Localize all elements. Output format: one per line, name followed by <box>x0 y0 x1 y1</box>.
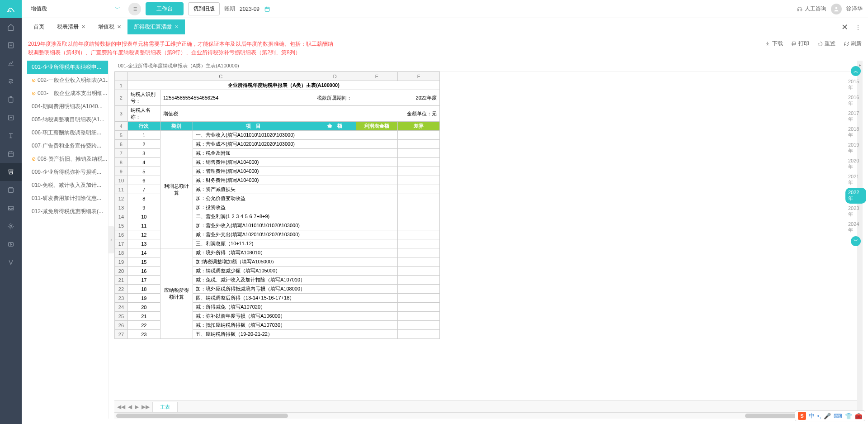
tree-item[interactable]: ⊘008-资产折旧、摊销及纳税... <box>27 152 108 166</box>
profit-cell[interactable] <box>356 330 398 339</box>
ime-keyboard-icon[interactable]: ⌨ <box>834 413 842 419</box>
amount-cell[interactable] <box>314 312 356 321</box>
amount-cell[interactable] <box>314 140 356 149</box>
amount-cell[interactable] <box>314 248 356 257</box>
year-down-button[interactable]: ︾ <box>851 236 861 246</box>
amount-cell[interactable] <box>314 267 356 276</box>
amount-cell[interactable] <box>314 257 356 267</box>
year-item[interactable]: 2019年 <box>845 140 866 156</box>
amount-cell[interactable] <box>314 176 356 185</box>
tree-item[interactable]: 007-广告费和业务宣传费跨... <box>27 139 108 152</box>
amount-cell[interactable] <box>314 212 356 221</box>
sheet-tab-main[interactable]: 主表 <box>152 402 178 412</box>
close-all-tabs[interactable]: ✕ <box>838 20 852 34</box>
profit-cell[interactable] <box>356 176 398 185</box>
tax-period-value[interactable]: 2022年度 <box>356 90 439 106</box>
item-cell[interactable]: 二、营业利润(1-2-3-4-5-6-7+8+9) <box>193 212 314 221</box>
amount-cell[interactable] <box>314 185 356 194</box>
profit-cell[interactable] <box>356 239 398 248</box>
item-cell[interactable]: 减：管理费用(填写A104000) <box>193 167 314 176</box>
year-item[interactable]: 2022年 <box>845 188 866 204</box>
nav-tax-icon[interactable] <box>0 163 22 181</box>
tree-item[interactable]: 010-免税、减计收入及加计... <box>27 179 108 192</box>
nav-money-icon[interactable] <box>0 72 22 91</box>
item-cell[interactable]: 减：所得减免（填写A107020） <box>193 303 314 312</box>
nav-home-icon[interactable] <box>0 18 22 36</box>
ime-tools-icon[interactable]: 🧰 <box>855 413 862 419</box>
tree-item[interactable]: ⊘002-一般企业收入明细表(A1... <box>27 74 108 87</box>
nav-video-icon[interactable] <box>0 235 22 253</box>
nav-chart-icon[interactable] <box>0 54 22 72</box>
diff-cell[interactable] <box>398 167 440 176</box>
download-button[interactable]: 下载 <box>765 40 783 48</box>
tree-item[interactable]: 001-企业所得税年度纳税申... <box>27 61 108 74</box>
nav-doc-icon[interactable] <box>0 36 22 54</box>
profit-cell[interactable] <box>356 294 398 303</box>
diff-cell[interactable] <box>398 239 440 248</box>
item-cell[interactable]: 五、应纳税所得额（19-20-21-22） <box>193 330 314 339</box>
reset-button[interactable]: 重置 <box>817 40 835 48</box>
year-item[interactable]: 2015年 <box>845 77 866 93</box>
diff-cell[interactable] <box>398 321 440 330</box>
tree-item[interactable]: 012-减免所得税优惠明细表(... <box>27 205 108 218</box>
workbench-button[interactable]: 工作台 <box>146 2 184 15</box>
diff-cell[interactable] <box>398 303 440 312</box>
profit-cell[interactable] <box>356 212 398 221</box>
diff-cell[interactable] <box>398 230 440 239</box>
nav-v-icon[interactable] <box>0 253 22 272</box>
diff-cell[interactable] <box>398 185 440 194</box>
diff-cell[interactable] <box>398 149 440 158</box>
tree-item[interactable]: 004-期间费用明细表(A1040... <box>27 100 108 113</box>
amount-cell[interactable] <box>314 194 356 203</box>
profit-cell[interactable] <box>356 321 398 330</box>
item-cell[interactable]: 加:纳税调整增加额（填写A105000） <box>193 257 314 267</box>
item-cell[interactable]: 减：营业成本(填写A102010\102020\103000) <box>193 140 314 149</box>
calendar-icon[interactable] <box>264 6 270 12</box>
amount-cell[interactable] <box>314 167 356 176</box>
item-cell[interactable]: 加：境外应税所得抵减境内亏损（填写A108000） <box>193 285 314 294</box>
profit-cell[interactable] <box>356 267 398 276</box>
item-cell[interactable]: 减：营业外支出(填写A102010\102020\103000) <box>193 230 314 239</box>
nav-text-icon[interactable] <box>0 127 22 145</box>
diff-cell[interactable] <box>398 140 440 149</box>
amount-cell[interactable] <box>314 230 356 239</box>
spreadsheet[interactable]: C D E F 1企业所得税年度纳税申报表（A类）主表(A100000) 2 纳… <box>114 71 440 339</box>
tree-item[interactable]: 011-研发费用加计扣除优惠... <box>27 192 108 205</box>
diff-cell[interactable] <box>398 312 440 321</box>
nav-calendar-icon[interactable] <box>0 145 22 163</box>
year-item[interactable]: 2018年 <box>845 124 866 140</box>
amount-cell[interactable] <box>314 294 356 303</box>
item-cell[interactable]: 加：公允价值变动收益 <box>193 194 314 203</box>
collapse-tree-handle[interactable]: ‹ <box>108 226 114 253</box>
diff-cell[interactable] <box>398 267 440 276</box>
amount-cell[interactable] <box>314 158 356 167</box>
sheet-nav[interactable]: ◀◀◀▶▶▶ <box>114 404 152 410</box>
tab-close-icon[interactable]: ✕ <box>117 24 121 30</box>
profit-cell[interactable] <box>356 194 398 203</box>
amount-cell[interactable] <box>314 330 356 339</box>
item-cell[interactable]: 减：抵扣应纳税所得额（填写A107030） <box>193 321 314 330</box>
item-cell[interactable]: 加：投资收益 <box>193 203 314 212</box>
diff-cell[interactable] <box>398 257 440 267</box>
amount-cell[interactable] <box>314 276 356 285</box>
print-button[interactable]: 打印 <box>791 40 809 48</box>
switch-old-button[interactable]: 切到旧版 <box>188 2 220 15</box>
tree-item[interactable]: ⊘003-一般企业成本支出明细... <box>27 87 108 100</box>
profit-cell[interactable] <box>356 303 398 312</box>
item-cell[interactable]: 减：免税、减计收入及加计扣除（填写A107010） <box>193 276 314 285</box>
diff-cell[interactable] <box>398 221 440 230</box>
ime-mic-icon[interactable]: 🎤 <box>824 413 831 419</box>
ime-punct-icon[interactable]: •, <box>817 413 821 419</box>
profit-cell[interactable] <box>356 203 398 212</box>
item-cell[interactable]: 减：境外所得（填写A108010） <box>193 248 314 257</box>
amount-cell[interactable] <box>314 321 356 330</box>
item-cell[interactable]: 减：财务费用(填写A104000) <box>193 176 314 185</box>
amount-cell[interactable] <box>314 221 356 230</box>
diff-cell[interactable] <box>398 276 440 285</box>
year-item[interactable]: 2024年 <box>845 219 866 235</box>
tab-增值税[interactable]: 增值税✕ <box>92 19 127 34</box>
diff-cell[interactable] <box>398 248 440 257</box>
diff-cell[interactable] <box>398 212 440 221</box>
diff-cell[interactable] <box>398 330 440 339</box>
profit-cell[interactable] <box>356 158 398 167</box>
